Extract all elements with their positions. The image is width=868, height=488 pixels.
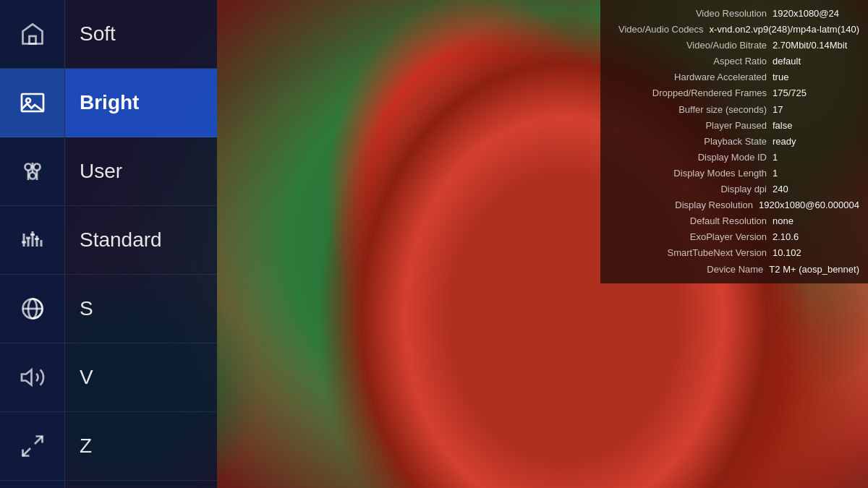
info-overlay: Video Resolution 1920x1080@24 Video/Audi… xyxy=(600,0,868,283)
info-value-default-resolution: none xyxy=(773,213,859,229)
info-row-dropped: Dropped/Rendered Frames 175/725 xyxy=(609,85,859,101)
info-value-bitrate: 2.70Mbit/0.14Mbit xyxy=(773,38,859,53)
menu-item-s[interactable]: S xyxy=(65,275,217,343)
info-label-display-modes-length: Display Modes Length xyxy=(673,166,767,181)
info-label-device: Device Name xyxy=(707,262,763,278)
info-label-codecs: Video/Audio Codecs xyxy=(618,22,704,38)
info-row-display-mode-id: Display Mode ID 1 xyxy=(609,150,859,166)
info-label-bitrate: Video/Audio Bitrate xyxy=(686,38,767,53)
info-value-device: T2 M+ (aosp_bennet) xyxy=(769,262,859,278)
sidebar-item-special[interactable] xyxy=(0,275,64,343)
info-label-playback: Playback State xyxy=(704,134,767,150)
info-value-paused: false xyxy=(773,118,859,134)
sidebar-item-resize[interactable] xyxy=(0,412,64,481)
info-value-display-mode-id: 1 xyxy=(773,150,859,166)
info-label-smarttube: SmartTubeNext Version xyxy=(667,245,767,261)
info-row-display-modes-length: Display Modes Length 1 xyxy=(609,166,859,181)
info-value-display-modes-length: 1 xyxy=(773,166,859,181)
svg-rect-0 xyxy=(29,36,35,44)
svg-point-5 xyxy=(29,173,35,179)
info-label-dpi: Display dpi xyxy=(720,181,767,197)
info-label-display-resolution: Display Resolution xyxy=(675,197,753,213)
sidebar-item-image[interactable] xyxy=(0,69,64,137)
info-row-paused: Player Paused false xyxy=(609,118,859,134)
info-value-video-resolution: 1920x1080@24 xyxy=(773,6,859,22)
svg-point-2 xyxy=(26,98,30,103)
info-value-playback: ready xyxy=(773,134,859,150)
sidebar-item-adjust[interactable] xyxy=(0,137,64,206)
info-row-dpi: Display dpi 240 xyxy=(609,181,859,197)
menu-item-z[interactable]: Z xyxy=(65,412,217,481)
menu-column: Soft Bright User Standard S V Z xyxy=(65,0,217,488)
svg-marker-21 xyxy=(22,370,32,385)
info-value-smarttube: 10.102 xyxy=(773,245,859,261)
info-row-hw-accel: Hardware Accelerated true xyxy=(609,69,859,85)
info-row-display-resolution: Display Resolution 1920x1080@60.000004 xyxy=(609,197,859,213)
menu-item-bright[interactable]: Bright xyxy=(65,69,217,137)
sidebar-item-home[interactable] xyxy=(0,0,64,69)
info-row-smarttube: SmartTubeNext Version 10.102 xyxy=(609,245,859,261)
info-row-bitrate: Video/Audio Bitrate 2.70Mbit/0.14Mbit xyxy=(609,38,859,53)
info-row-exoplayer: ExoPlayer Version 2.10.6 xyxy=(609,229,859,245)
info-value-dropped: 175/725 xyxy=(773,85,859,101)
info-value-hw-accel: true xyxy=(773,69,859,85)
sidebar-item-volume[interactable] xyxy=(0,343,64,412)
menu-item-v[interactable]: V xyxy=(65,343,217,412)
info-row-device: Device Name T2 M+ (aosp_bennet) xyxy=(609,262,859,278)
svg-line-23 xyxy=(22,448,30,456)
info-value-display-resolution: 1920x1080@60.000004 xyxy=(759,197,859,213)
svg-line-22 xyxy=(35,437,43,445)
info-row-buffer: Buffer size (seconds) 17 xyxy=(609,102,859,118)
info-label-buffer: Buffer size (seconds) xyxy=(678,102,767,118)
info-label-hw-accel: Hardware Accelerated xyxy=(674,69,767,85)
info-row-aspect: Aspect Ratio default xyxy=(609,53,859,69)
info-value-aspect: default xyxy=(773,53,859,69)
sidebar-item-equalizer[interactable] xyxy=(0,206,64,275)
info-label-video-resolution: Video Resolution xyxy=(696,6,767,22)
info-value-codecs: x-vnd.on2.vp9(248)/mp4a-latm(140) xyxy=(710,22,859,38)
info-label-default-resolution: Default Resolution xyxy=(690,213,767,229)
info-row-default-resolution: Default Resolution none xyxy=(609,213,859,229)
info-value-exoplayer: 2.10.6 xyxy=(773,229,859,245)
info-label-display-mode-id: Display Mode ID xyxy=(698,150,767,166)
menu-item-soft[interactable]: Soft xyxy=(65,0,217,69)
svg-point-4 xyxy=(33,164,40,171)
svg-point-3 xyxy=(25,164,31,171)
info-label-dropped: Dropped/Rendered Frames xyxy=(652,85,767,101)
info-label-exoplayer: ExoPlayer Version xyxy=(690,229,767,245)
info-value-buffer: 17 xyxy=(773,102,859,118)
menu-item-user[interactable]: User xyxy=(65,137,217,206)
icon-column xyxy=(0,0,65,488)
info-label-paused: Player Paused xyxy=(705,118,767,134)
info-label-aspect: Aspect Ratio xyxy=(713,53,767,69)
menu-item-standard[interactable]: Standard xyxy=(65,206,217,275)
info-row-video-resolution: Video Resolution 1920x1080@24 xyxy=(609,6,859,22)
info-row-codecs: Video/Audio Codecs x-vnd.on2.vp9(248)/mp… xyxy=(609,22,859,38)
info-row-playback: Playback State ready xyxy=(609,134,859,150)
info-value-dpi: 240 xyxy=(773,181,859,197)
